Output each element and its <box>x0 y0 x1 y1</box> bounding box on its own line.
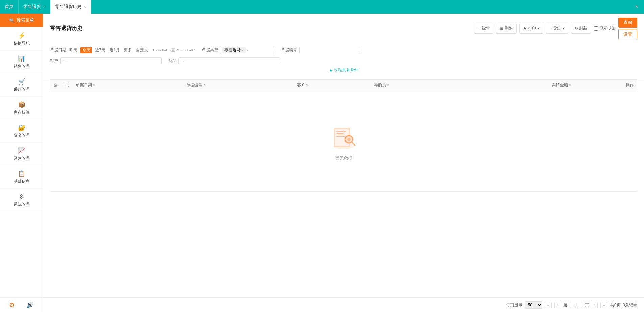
top-bar: 首页 零售退货 × 零售退货历史 × × <box>0 0 644 14</box>
date-btn-7days[interactable]: 近7天 <box>94 47 106 53</box>
th-doc-no-sort-icon[interactable]: ⇅ <box>203 83 206 87</box>
tab-retail-return-history-close[interactable]: × <box>84 4 86 9</box>
sidebar-item-system-mgmt[interactable]: ⚙ 系统管理 <box>0 188 43 211</box>
purchase-mgmt-icon: 🛒 <box>18 78 25 85</box>
inventory-icon: 📦 <box>18 101 25 108</box>
show-detail-checkbox-label: 显示明细 <box>594 26 616 31</box>
main-layout: 🔍 搜索菜单 ⚡ 快捷导航 📊 销售管理 🛒 采购管理 📦 库存核算 🔐 资金管… <box>0 14 644 312</box>
page-input[interactable] <box>570 302 582 308</box>
th-guide-label: 导购员 <box>374 82 386 88</box>
sidebar-item-sales-mgmt-label: 销售管理 <box>14 64 30 69</box>
collapse-button[interactable]: ▲ 收起更多条件 <box>50 67 637 73</box>
th-doc-date-label: 单据日期 <box>76 82 92 88</box>
sidebar-item-operation[interactable]: 📈 经营管理 <box>0 142 43 165</box>
page-title-row: 零售退货历史 + 新增 🗑 删除 🖨 打印 ▾ ↑ 导出 ▾ <box>50 18 637 39</box>
export-button[interactable]: ↑ 导出 ▾ <box>546 24 568 34</box>
print-dropdown-icon: ▾ <box>538 26 540 31</box>
show-detail-checkbox[interactable] <box>594 26 598 31</box>
sidebar-item-basic-info[interactable]: 📋 基础信息 <box>0 165 43 188</box>
tab-retail-return-history[interactable]: 零售退货历史 × <box>50 0 91 14</box>
customer-filter: 客户 ... <box>50 57 162 64</box>
tab-home-label: 首页 <box>5 4 14 10</box>
sidebar-item-basic-info-label: 基础信息 <box>14 179 30 184</box>
refresh-button[interactable]: ↻ 刷新 <box>571 24 591 34</box>
select-all-checkbox[interactable] <box>65 83 69 87</box>
sidebar-item-quick-nav[interactable]: ⚡ 快捷导航 <box>0 27 43 50</box>
goods-label: 商品 <box>168 58 176 64</box>
quick-nav-icon: ⚡ <box>18 32 25 39</box>
column-settings-button[interactable]: ⚙ <box>53 83 58 88</box>
new-button[interactable]: + 新增 <box>474 24 493 34</box>
th-amount-sort-icon[interactable]: ⇅ <box>569 83 571 87</box>
next-page-button[interactable]: › <box>592 302 598 308</box>
date-btn-custom[interactable]: 自定义 <box>135 47 149 53</box>
sidebar-search-label: 搜索菜单 <box>17 17 34 23</box>
last-page-button[interactable]: » <box>600 302 607 308</box>
empty-state-icon <box>329 121 359 151</box>
th-settings: ⚙ <box>50 80 61 91</box>
date-btn-1month[interactable]: 近1月 <box>109 47 121 53</box>
show-detail-label: 显示明细 <box>599 26 616 31</box>
doc-type-tag-label: 零售退货 <box>224 47 241 53</box>
th-doc-no-label: 单据编号 <box>186 82 202 88</box>
doc-type-dropdown-arrow[interactable]: ▾ <box>247 48 249 52</box>
delete-button[interactable]: 🗑 删除 <box>496 24 517 34</box>
print-button[interactable]: 🖨 打印 ▾ <box>519 24 543 34</box>
table-container: ⚙ 单据日期 ⇅ 单据编号 <box>43 79 644 297</box>
date-filter: 单据日期 昨天 今天 近7天 近1月 更多 自定义 2023-06-02 至 2… <box>50 47 195 53</box>
sidebar-item-inventory[interactable]: 📦 库存核算 <box>0 96 43 119</box>
query-button[interactable]: 查询 <box>618 18 637 28</box>
goods-filter: 商品 ... <box>168 57 280 64</box>
th-customer: 客户 ⇅ <box>294 80 371 91</box>
customer-label: 客户 <box>50 58 58 64</box>
date-btn-today[interactable]: 今天 <box>80 47 92 53</box>
filter-row-2: 客户 ... 商品 ... <box>50 57 637 64</box>
page-size-select[interactable]: 20 50 100 <box>525 301 542 309</box>
page-size-label: 每页显示 <box>506 302 522 308</box>
doc-no-input[interactable] <box>299 47 360 54</box>
tab-retail-return[interactable]: 零售退货 × <box>19 0 50 14</box>
th-actions: 操作 <box>575 80 637 91</box>
sidebar-settings-icon[interactable]: ⚙ <box>9 301 15 309</box>
window-close-button[interactable]: × <box>629 3 644 10</box>
sidebar-item-purchase-mgmt[interactable]: 🛒 采购管理 <box>0 73 43 96</box>
th-customer-sort-icon[interactable]: ⇅ <box>306 83 309 87</box>
tab-home[interactable]: 首页 <box>0 0 19 14</box>
first-page-button[interactable]: « <box>545 302 552 308</box>
date-btn-more[interactable]: 更多 <box>123 47 133 53</box>
doc-type-tag-close[interactable]: × <box>242 48 244 52</box>
prev-page-button[interactable]: ‹ <box>554 302 560 308</box>
doc-type-input[interactable]: 零售退货 × ▾ <box>220 46 274 54</box>
th-guide: 导购员 ⇅ <box>371 80 464 91</box>
filter-row-1: 单据日期 昨天 今天 近7天 近1月 更多 自定义 2023-06-02 至 2… <box>50 46 637 54</box>
filter-area: 单据日期 昨天 今天 近7天 近1月 更多 自定义 2023-06-02 至 2… <box>50 43 637 79</box>
sidebar-item-sales-mgmt[interactable]: 📊 销售管理 <box>0 50 43 73</box>
query-button-label: 查询 <box>623 20 632 25</box>
goods-input[interactable]: ... <box>178 57 280 64</box>
tab-retail-return-history-label: 零售退货历史 <box>55 4 81 10</box>
settings-button[interactable]: 设置 <box>618 29 637 39</box>
sidebar-item-inventory-label: 库存核算 <box>14 110 30 115</box>
sidebar-audio-icon[interactable]: 🔊 <box>26 301 34 309</box>
sidebar-search[interactable]: 🔍 搜索菜单 <box>0 14 43 27</box>
customer-ellipsis[interactable]: ... <box>63 58 66 63</box>
new-button-label: + 新增 <box>478 26 489 31</box>
page-header: 零售退货历史 + 新增 🗑 删除 🖨 打印 ▾ ↑ 导出 ▾ <box>43 14 644 79</box>
sidebar-item-finance[interactable]: 🔐 资金管理 <box>0 119 43 142</box>
sidebar-item-operation-label: 经营管理 <box>14 156 30 161</box>
table-head: ⚙ 单据日期 ⇅ 单据编号 <box>50 80 637 91</box>
th-doc-date: 单据日期 ⇅ <box>72 80 183 91</box>
th-amount: 实销金额 ⇅ <box>464 80 575 91</box>
doc-type-filter: 单据类型 零售退货 × ▾ <box>202 46 274 54</box>
toolbar: + 新增 🗑 删除 🖨 打印 ▾ ↑ 导出 ▾ ↻ 刷新 <box>474 18 637 39</box>
customer-input[interactable]: ... <box>60 57 162 64</box>
date-btn-yesterday[interactable]: 昨天 <box>68 47 78 53</box>
date-range-display: 2023-06-02 至 2023-06-02 <box>151 48 195 53</box>
date-filter-buttons: 昨天 今天 近7天 近1月 更多 自定义 <box>68 47 149 53</box>
th-doc-date-sort-icon[interactable]: ⇅ <box>93 83 95 87</box>
goods-ellipsis[interactable]: ... <box>181 58 185 63</box>
search-icon: 🔍 <box>9 18 15 23</box>
th-guide-sort-icon[interactable]: ⇅ <box>387 83 389 87</box>
tab-retail-return-close[interactable]: × <box>43 4 45 9</box>
doc-no-filter: 单据编号 <box>281 47 360 54</box>
